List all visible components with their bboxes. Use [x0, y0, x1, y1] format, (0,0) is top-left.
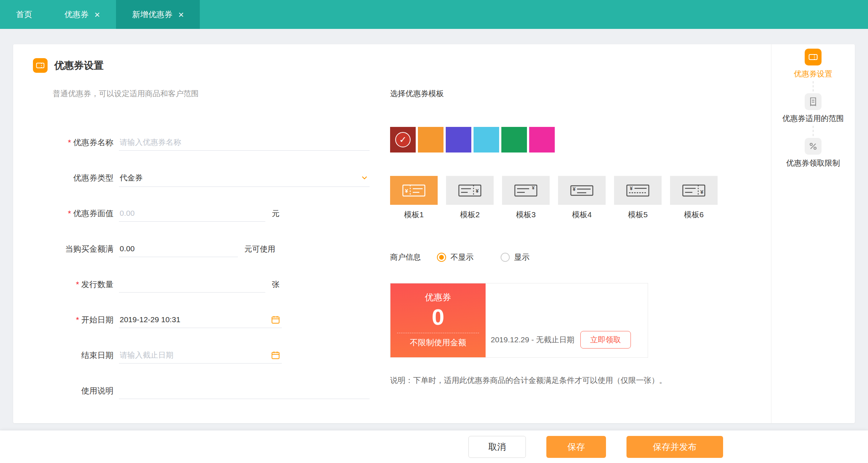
- required-mark: *: [68, 138, 71, 147]
- step-coupon-scope[interactable]: 优惠券适用的范围: [782, 93, 844, 124]
- radio-selected-icon: [437, 253, 446, 262]
- end-date-input[interactable]: [119, 347, 269, 363]
- field-coupon-name: *优惠券名称: [33, 125, 370, 160]
- field-label: *优惠券名称: [33, 137, 113, 148]
- face-value-input[interactable]: [119, 205, 265, 222]
- preview-limit-text: 不限制使用金额: [390, 337, 486, 348]
- required-mark: *: [68, 209, 71, 218]
- svg-text:¥: ¥: [573, 186, 576, 192]
- color-swatch-6[interactable]: [529, 127, 555, 153]
- radio-label: 不显示: [450, 252, 474, 262]
- start-date-picker: [119, 312, 282, 328]
- coupon-ticket-icon: ¥: [614, 176, 662, 205]
- template-option-1[interactable]: ¥ 模板1: [390, 176, 438, 220]
- required-mark: *: [76, 315, 79, 324]
- step-connector: [813, 126, 813, 136]
- svg-text:¥: ¥: [532, 185, 535, 191]
- main-panel: 优惠券设置 普通优惠券，可以设定适用商品和客户范围 *优惠券名称: [13, 44, 771, 423]
- step-claim-limit[interactable]: 优惠券领取限制: [786, 138, 840, 169]
- field-face-value: *优惠券面值 元: [33, 196, 370, 231]
- field-label: 使用说明: [33, 385, 113, 396]
- tab-label: 新增优惠券: [132, 9, 172, 20]
- field-issue-count: *发行数量 张: [33, 267, 370, 302]
- template-option-4[interactable]: ¥ 模板4: [558, 176, 606, 220]
- coupon-ticket-icon: ¥: [390, 176, 438, 205]
- field-label: *优惠券面值: [33, 208, 113, 219]
- required-mark: *: [76, 280, 79, 289]
- merchant-info-label: 商户信息: [390, 252, 421, 262]
- template-label: 模板2: [446, 209, 494, 220]
- coupon-type-select[interactable]: 代金券: [119, 169, 370, 187]
- preview-date-range: 2019.12.29 - 无截止日期: [491, 335, 575, 345]
- coupon-ticket-icon: ¥: [670, 176, 718, 205]
- field-coupon-type: 优惠券类型 代金券: [33, 160, 370, 196]
- field-label: 优惠券类型: [33, 173, 113, 184]
- action-bar: 取消 保存 保存并发布: [0, 430, 868, 463]
- check-icon: ✓: [395, 132, 411, 147]
- template-option-5[interactable]: ¥ 模板5: [614, 176, 662, 220]
- merchant-info-hide-option[interactable]: 不显示: [437, 252, 474, 262]
- field-min-purchase: 当购买金额满 元可使用: [33, 231, 370, 267]
- coupon-preview-stub: 优惠券 0 不限制使用金额: [390, 283, 486, 357]
- tab-label: 首页: [16, 9, 32, 20]
- svg-text:¥: ¥: [630, 185, 633, 191]
- save-and-publish-button[interactable]: 保存并发布: [626, 436, 723, 458]
- calendar-icon[interactable]: [271, 315, 280, 324]
- color-swatch-3[interactable]: [446, 127, 471, 153]
- radio-unselected-icon: [501, 253, 510, 262]
- radio-label: 显示: [514, 252, 530, 262]
- field-label: *开始日期: [33, 315, 113, 325]
- start-date-input[interactable]: [119, 312, 269, 328]
- svg-text:¥: ¥: [700, 189, 704, 195]
- color-swatch-1[interactable]: ✓: [390, 127, 416, 153]
- template-label: 模板1: [390, 209, 438, 220]
- swatch-selected-indicator: ✓: [390, 127, 416, 153]
- svg-text:¥: ¥: [476, 188, 479, 194]
- template-option-6[interactable]: ¥ 模板6: [670, 176, 718, 220]
- top-tab-bar: 首页 优惠券 × 新增优惠券 ×: [0, 0, 868, 29]
- template-label: 模板5: [614, 209, 662, 220]
- template-option-2[interactable]: ¥ 模板2: [446, 176, 494, 220]
- template-options: ¥ 模板1: [390, 176, 760, 220]
- step-coupon-settings[interactable]: 优惠券设置: [794, 49, 833, 79]
- tab-coupon-list[interactable]: 优惠券 ×: [48, 0, 116, 29]
- cancel-button[interactable]: 取消: [468, 436, 526, 458]
- save-button[interactable]: 保存: [546, 436, 606, 458]
- steps-sidebar: 优惠券设置 优惠券适用的范围: [771, 44, 855, 423]
- template-label: 模板3: [502, 209, 550, 220]
- usage-condition-note: 说明：下单时，适用此优惠券商品的合计金额满足条件才可以使用（仅限一张）。: [390, 375, 760, 385]
- template-option-3[interactable]: ¥ 模板3: [502, 176, 550, 220]
- tab-new-coupon[interactable]: 新增优惠券 ×: [116, 0, 200, 29]
- color-swatch-4[interactable]: [474, 127, 499, 153]
- step-label: 优惠券领取限制: [786, 158, 840, 169]
- close-icon[interactable]: ×: [178, 10, 184, 19]
- form-subtitle: 普通优惠券，可以设定适用商品和客户范围: [33, 88, 370, 99]
- claim-button: 立即领取: [580, 331, 631, 349]
- step-label: 优惠券设置: [794, 68, 833, 79]
- coupon-preview: 优惠券 0 不限制使用金额 2019.12.29 - 无截止日期 立即领取: [390, 283, 648, 358]
- coupon-preview-body: 2019.12.29 - 无截止日期 立即领取: [486, 331, 648, 357]
- preview-coupon-label: 优惠券: [390, 291, 486, 303]
- ticket-icon: [805, 49, 822, 65]
- body-row: 普通优惠券，可以设定适用商品和客户范围 *优惠券名称 优惠券类型 代金券: [33, 88, 771, 409]
- merchant-info-show-option[interactable]: 显示: [501, 252, 530, 262]
- issue-count-input[interactable]: [119, 276, 265, 293]
- receipt-icon: [805, 93, 822, 110]
- unit-suffix: 张: [272, 279, 280, 290]
- end-date-picker: [119, 347, 282, 364]
- coupon-name-input[interactable]: [119, 134, 370, 151]
- calendar-icon[interactable]: [271, 350, 280, 360]
- color-swatch-5[interactable]: [501, 127, 527, 153]
- min-purchase-input[interactable]: [119, 241, 238, 257]
- field-label: 当购买金额满: [33, 244, 113, 255]
- preview-amount: 0: [390, 304, 486, 330]
- page-content: 优惠券设置 普通优惠券，可以设定适用商品和客户范围 *优惠券名称: [0, 29, 868, 423]
- tab-home[interactable]: 首页: [0, 0, 48, 29]
- color-swatches: ✓: [390, 127, 760, 153]
- field-usage-note: 使用说明: [33, 373, 370, 409]
- color-swatch-2[interactable]: [418, 127, 444, 153]
- unit-suffix: 元: [272, 208, 280, 219]
- selected-value: 代金券: [120, 173, 143, 183]
- usage-note-input[interactable]: [119, 383, 370, 399]
- close-icon[interactable]: ×: [94, 10, 100, 19]
